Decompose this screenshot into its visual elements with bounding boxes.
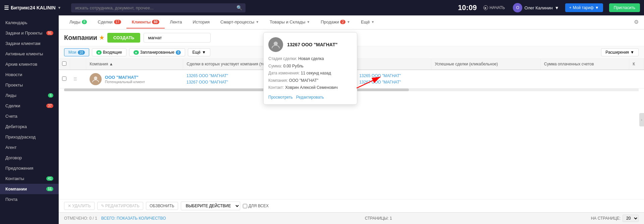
row-paid-cell — [541, 70, 629, 89]
expand-chevron-icon: ▼ — [630, 50, 634, 55]
planned-count: 8 — [176, 50, 181, 55]
sidebar-item-archive-clients[interactable]: Архив клиентов — [0, 59, 59, 69]
companies-badge: 11 — [46, 187, 53, 191]
call-button[interactable]: ОБЗВОНИТЬ — [146, 202, 178, 210]
tooltip-amount: Сумма: 0.00 Рубль — [268, 63, 352, 70]
per-page-control: НА СТРАНИЦЕ: 20 — [591, 215, 639, 222]
sidebar-item-contract[interactable]: Договор — [0, 153, 59, 163]
select-all-checkbox[interactable] — [62, 61, 66, 66]
sidebar-item-calendar[interactable]: Календарь — [0, 17, 59, 28]
selected-count: ОТМЕЧЕНО: 0 / 1 — [64, 216, 97, 221]
play-icon: ▶ — [483, 5, 488, 10]
sidebar-item-invoices[interactable]: Счета — [0, 111, 59, 121]
deal-link-4[interactable]: 13267 ООО "МАГНАТ" — [359, 79, 428, 86]
companies-search-input[interactable] — [144, 33, 211, 43]
pages-display: СТРАНИЦЫ: 1 — [365, 216, 392, 221]
moi-count: 18 — [78, 50, 85, 55]
sidebar-item-mail[interactable]: Почта — [0, 194, 59, 205]
main-content: Лиды 8 Сделки 17 Клиенты 60 Лента Истори… — [59, 15, 644, 224]
global-search-input[interactable] — [71, 3, 246, 12]
start-button[interactable]: ▶ НАЧАТЬ — [483, 5, 505, 10]
col-icon — [70, 59, 86, 70]
bottom-bar: ОТМЕЧЕНО: 0 / 1 ВСЕГО: ПОКАЗАТЬ КОЛИЧЕСТ… — [59, 212, 644, 224]
edit-button[interactable]: ✎ РЕДАКТИРОВАТЬ — [97, 202, 143, 210]
sidebar-item-label: Проекты — [5, 82, 23, 88]
logo-chevron-icon[interactable]: ▼ — [58, 6, 61, 10]
tooltip-header: 13267 ООО "МАГНАТ" — [268, 37, 352, 52]
filter-more[interactable]: Ещё ▼ — [188, 48, 210, 56]
filter-moi[interactable]: Мои 18 — [64, 48, 89, 56]
main-layout: Календарь Задачи и Проекты 91 Задачи кли… — [0, 15, 644, 224]
sidebar-item-label: Активные клиенты — [5, 51, 43, 56]
hamburger-icon[interactable]: ☰ — [4, 5, 9, 11]
invite-button[interactable]: Пригласить — [609, 3, 640, 12]
sidebar-item-leads[interactable]: Лиды 6 — [0, 90, 59, 101]
for-all-label: ДЛЯ ВСЕХ — [243, 204, 269, 208]
tab-leads[interactable]: Лиды 8 — [64, 16, 92, 29]
create-button[interactable]: СОЗДАТЬ — [107, 33, 141, 43]
collapse-handle[interactable]: › — [639, 113, 644, 126]
tab-feed[interactable]: Лента — [165, 16, 187, 29]
row-k-cell — [629, 70, 644, 89]
company-name-link[interactable]: ООО "МАГНАТ" — [105, 75, 145, 80]
company-sub-label: Потенциальный клиент — [105, 80, 145, 84]
delete-button[interactable]: ✕ УДАЛИТЬ — [64, 202, 95, 210]
sidebar-item-contacts[interactable]: Контакты 41 — [0, 173, 59, 184]
app-logo: ☰ Битрикс24 KALININ ▼ — [4, 5, 61, 11]
sidebar-item-companies[interactable]: Компании 11 — [0, 184, 59, 194]
tab-more[interactable]: Ещё ▼ — [356, 16, 380, 29]
tab-sales[interactable]: Продажи 2 ▼ — [315, 16, 356, 29]
sidebar-item-deals[interactable]: Сделки 37 — [0, 101, 59, 111]
sidebar-item-tasks[interactable]: Задачи и Проекты 91 — [0, 28, 59, 38]
contacts-badge: 41 — [46, 176, 53, 181]
sidebar-item-news[interactable]: Новости — [0, 69, 59, 80]
tooltip-edit-link[interactable]: Редактировать — [296, 95, 324, 100]
sidebar-item-proposals[interactable]: Предложения — [0, 163, 59, 173]
row-company-cell: ООО "МАГНАТ" Потенциальный клиент — [86, 70, 183, 89]
tooltip-view-link[interactable]: Просмотреть — [268, 95, 293, 100]
sidebar-item-income[interactable]: Приход/расход — [0, 132, 59, 142]
sidebar-item-projects[interactable]: Проекты — [0, 80, 59, 90]
favorite-star-icon[interactable]: ★ — [99, 35, 104, 41]
sidebar-item-debit[interactable]: Дебиторка — [0, 121, 59, 132]
user-menu[interactable]: О Олег Калинин ▼ — [513, 3, 559, 12]
tab-warehouse[interactable]: Товары и Склады ▼ — [264, 16, 315, 29]
col-k: К — [629, 59, 644, 70]
sidebar-item-label: Календарь — [5, 20, 28, 25]
for-all-checkbox[interactable] — [243, 204, 247, 208]
tooltip-date: Дата изменения: 11 секунд назад — [268, 70, 352, 77]
tab-deals[interactable]: Сделки 17 — [92, 16, 126, 29]
smart-chevron-icon: ▼ — [256, 20, 259, 24]
sidebar-item-active-clients[interactable]: Активные клиенты — [0, 49, 59, 59]
tab-history[interactable]: История — [187, 16, 215, 29]
user-name: Олег Калинин — [524, 5, 552, 10]
global-search: 🔍 — [71, 3, 246, 12]
tariff-button[interactable]: + Мой тариф ▼ — [565, 3, 603, 12]
row-icon-cell: ☰ — [70, 70, 86, 89]
tariff-label: Мой тариф — [573, 5, 594, 10]
tab-smart[interactable]: Смарт-процессы ▼ — [215, 16, 264, 29]
filter-incoming[interactable]: ● Входящие — [92, 48, 126, 56]
tooltip-actions: Просмотреть Редактировать — [268, 95, 352, 100]
tab-clients[interactable]: Клиенты 60 — [126, 16, 165, 29]
sidebar-item-agent[interactable]: Агент — [0, 142, 59, 153]
settings-icon[interactable]: ⚙ — [634, 19, 639, 25]
total-count[interactable]: ВСЕГО: ПОКАЗАТЬ КОЛИЧЕСТВО — [101, 216, 166, 221]
more-filter-chevron-icon: ▼ — [202, 50, 206, 55]
sidebar-item-client-tasks[interactable]: Задачи клиентам — [0, 38, 59, 49]
deal-link-3[interactable]: 13265 ООО "МАГНАТ" — [359, 73, 428, 79]
clock-display: 10:09 — [458, 3, 477, 12]
row-drag-icon: ☰ — [73, 77, 77, 81]
expand-button[interactable]: Расширения ▼ — [601, 48, 639, 56]
tooltip-company: Компания: ООО "МАГНАТ" — [268, 77, 352, 85]
filter-planned[interactable]: ● Запланированные 8 — [129, 48, 185, 56]
company-info: ООО "МАГНАТ" Потенциальный клиент — [105, 75, 145, 84]
tooltip-body: Стадия сделки: Новая сделка Сумма: 0.00 … — [268, 55, 352, 92]
leads-badge: 6 — [48, 93, 53, 98]
sidebar-item-label: Сделки — [5, 103, 20, 108]
per-page-select[interactable]: 20 — [623, 215, 639, 222]
svg-point-0 — [94, 76, 97, 80]
row-checkbox[interactable] — [62, 76, 66, 81]
action-select[interactable]: ВЫБЕРИТЕ ДЕЙСТВИЕ — [181, 202, 240, 210]
col-company[interactable]: Компания ▲ — [86, 59, 183, 70]
